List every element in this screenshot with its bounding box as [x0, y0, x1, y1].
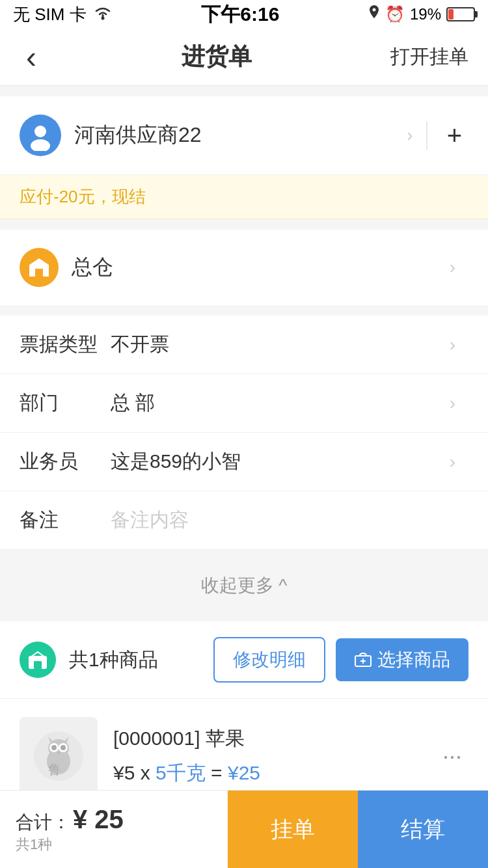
- product-count-label: 共1种商品: [69, 647, 213, 673]
- notice-text: 应付-20元，现结: [20, 187, 146, 206]
- collapse-bar[interactable]: 收起更多 ^: [0, 560, 488, 611]
- checkout-button[interactable]: 结算: [358, 791, 488, 868]
- multiply-sign: x: [141, 762, 156, 783]
- salesperson-label: 业务员: [20, 448, 98, 475]
- warehouse-icon: [20, 248, 59, 287]
- status-left: 无 SIM 卡: [13, 3, 113, 26]
- notice-bar: 应付-20元，现结: [0, 175, 488, 219]
- divider: [426, 121, 427, 150]
- salesperson-value: 这是859的小智: [98, 448, 450, 475]
- svg-rect-4: [35, 269, 43, 277]
- supplier-name: 河南供应商22: [74, 121, 407, 150]
- svg-text:鲁: 鲁: [48, 763, 61, 777]
- svg-point-18: [61, 745, 66, 750]
- back-button[interactable]: ‹: [20, 33, 43, 81]
- warehouse-section: 总仓 ›: [0, 230, 488, 305]
- select-product-button[interactable]: 选择商品: [336, 638, 468, 681]
- product-icon: [20, 642, 56, 678]
- department-chevron-icon: ›: [450, 393, 455, 414]
- add-supplier-button[interactable]: +: [441, 121, 468, 150]
- carrier-label: 无 SIM 卡: [13, 3, 87, 26]
- hang-button[interactable]: 挂单: [228, 791, 358, 868]
- collapse-label: 收起更多 ^: [201, 575, 288, 595]
- alarm-icon: ⏰: [385, 5, 405, 23]
- svg-rect-6: [34, 661, 42, 669]
- invoice-type-row[interactable]: 票据类型 不开票 ›: [0, 316, 488, 374]
- invoice-type-label: 票据类型: [20, 331, 98, 358]
- edit-detail-button[interactable]: 修改明细: [213, 637, 325, 683]
- select-product-label: 选择商品: [377, 647, 450, 672]
- salesperson-row[interactable]: 业务员 这是859的小智 ›: [0, 433, 488, 491]
- product-more-button[interactable]: ···: [436, 736, 468, 776]
- equals-sign: =: [211, 762, 228, 783]
- svg-point-17: [51, 745, 57, 750]
- page-title: 进货单: [182, 41, 252, 73]
- total-count: 共1种: [16, 835, 212, 854]
- nav-bar: ‹ 进货单 打开挂单: [0, 29, 488, 86]
- svg-point-2: [34, 126, 46, 137]
- status-bar: 无 SIM 卡 下午6:16 ⏰ 19%: [0, 0, 488, 29]
- form-section: 票据类型 不开票 › 部门 总 部 › 业务员 这是859的小智 › 备注 备注…: [0, 316, 488, 550]
- checkout-label: 结算: [401, 815, 445, 845]
- location-icon: [368, 5, 380, 23]
- supplier-section: 河南供应商22 › + 应付-20元，现结: [0, 96, 488, 219]
- total-row: 合计： ¥ 25: [16, 805, 212, 835]
- total-amount: ¥ 25: [73, 805, 124, 834]
- status-time: 下午6:16: [201, 1, 279, 28]
- product-name: [0000001] 苹果: [113, 726, 436, 752]
- bottom-bar: 合计： ¥ 25 共1种 挂单 结算: [0, 790, 488, 868]
- department-row[interactable]: 部门 总 部 ›: [0, 374, 488, 433]
- warehouse-name: 总仓: [72, 253, 450, 282]
- quantity: 5千克: [156, 762, 206, 783]
- product-price-row: ¥5 x 5千克 = ¥25: [113, 760, 436, 787]
- product-header: 共1种商品 修改明细 选择商品: [0, 621, 488, 699]
- svg-point-0: [101, 16, 104, 20]
- warehouse-row[interactable]: 总仓 ›: [0, 230, 488, 305]
- wifi-icon: [93, 5, 113, 25]
- product-thumbnail: 鲁: [20, 717, 98, 795]
- battery-label: 19%: [410, 5, 441, 23]
- open-hang-button[interactable]: 打开挂单: [390, 44, 468, 70]
- department-label: 部门: [20, 390, 98, 416]
- hang-label: 挂单: [271, 815, 315, 845]
- battery-icon: [446, 7, 475, 21]
- remark-row[interactable]: 备注 备注内容: [0, 491, 488, 550]
- remark-placeholder: 备注内容: [98, 507, 468, 534]
- supplier-row[interactable]: 河南供应商22 › +: [0, 96, 488, 175]
- supplier-avatar: [20, 115, 61, 156]
- total-label: 合计：: [16, 810, 70, 835]
- product-info: [0000001] 苹果 ¥5 x 5千克 = ¥25: [113, 726, 436, 787]
- item-total: ¥25: [228, 762, 260, 783]
- salesperson-chevron-icon: ›: [450, 452, 455, 472]
- status-right: ⏰ 19%: [368, 5, 475, 23]
- product-section: 共1种商品 修改明细 选择商品: [0, 621, 488, 814]
- unit-price: ¥5: [113, 762, 135, 783]
- remark-label: 备注: [20, 507, 98, 534]
- product-id: [0000001]: [113, 727, 200, 749]
- warehouse-chevron-icon: ›: [450, 257, 455, 278]
- invoice-type-value: 不开票: [98, 331, 450, 358]
- invoice-chevron-icon: ›: [450, 334, 455, 355]
- department-value: 总 部: [98, 390, 450, 416]
- supplier-chevron-icon: ›: [407, 125, 413, 146]
- total-section: 合计： ¥ 25 共1种: [0, 791, 228, 868]
- product-apple: 苹果: [206, 727, 245, 749]
